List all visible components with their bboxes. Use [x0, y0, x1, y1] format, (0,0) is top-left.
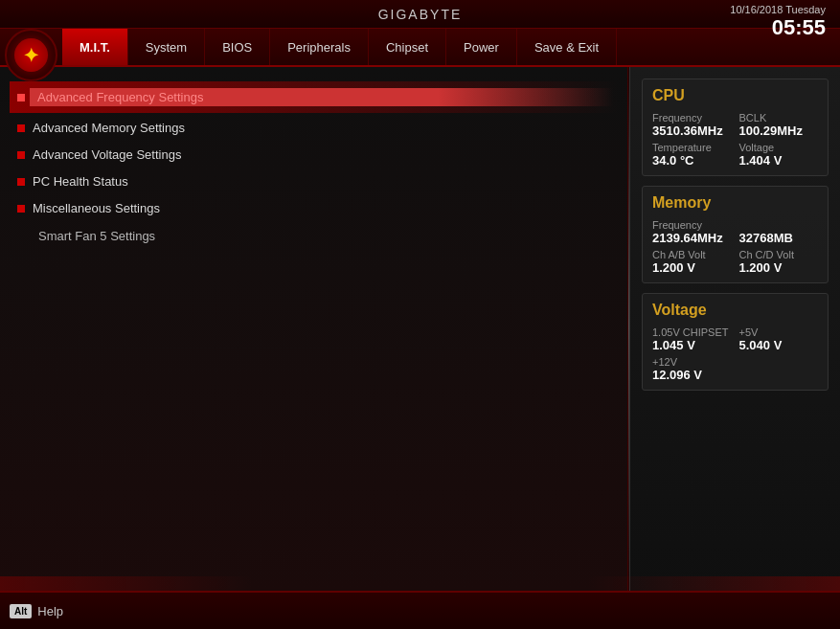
menu-label-pc-health: PC Health Status	[33, 174, 610, 189]
corner-decoration	[0, 576, 840, 591]
voltage-chipset-col: 1.05V CHIPSET 1.045 V	[652, 326, 732, 352]
memory-section: Memory Frequency 2139.64MHz 32768MB Ch A…	[642, 186, 829, 283]
voltage-5v-label: +5V	[739, 326, 819, 338]
nav-item-chipset[interactable]: Chipset	[369, 29, 446, 65]
cpu-temp-value: 34.0 °C	[652, 153, 732, 168]
nav-item-save-exit[interactable]: Save & Exit	[517, 29, 617, 65]
menu-item-pc-health[interactable]: PC Health Status	[10, 169, 618, 193]
voltage-chipset-label: 1.05V CHIPSET	[652, 326, 732, 338]
menu-item-misc[interactable]: Miscellaneous Settings	[10, 196, 618, 220]
menu-bullet-adv-freq	[17, 94, 25, 101]
voltage-grid: 1.05V CHIPSET 1.045 V +5V 5.040 V +12V 1…	[652, 326, 818, 382]
cpu-frequency-label: Frequency	[652, 112, 732, 124]
memory-size-value: 32768MB	[739, 231, 819, 245]
nav-item-system[interactable]: System	[128, 29, 205, 65]
memory-frequency-col: Frequency 2139.64MHz	[652, 219, 732, 245]
nav-item-power[interactable]: Power	[446, 29, 517, 65]
memory-title: Memory	[652, 194, 818, 212]
right-panel: CPU Frequency 3510.36MHz BCLK 100.29MHz …	[629, 67, 840, 591]
help-text: Help	[37, 604, 63, 618]
memory-frequency-label: Frequency	[652, 219, 732, 231]
memory-chab-col: Ch A/B Volt 1.200 V	[652, 249, 732, 275]
left-panel: Advanced Frequency Settings Advanced Mem…	[0, 67, 628, 591]
nav-item-bios[interactable]: BIOS	[205, 29, 270, 65]
cpu-voltage-label: Voltage	[739, 142, 819, 153]
bottom-bar: Alt Help	[0, 591, 840, 629]
memory-chcd-label: Ch C/D Volt	[739, 249, 819, 260]
menu-item-adv-volt[interactable]: Advanced Voltage Settings	[10, 143, 618, 167]
cpu-voltage-value: 1.404 V	[739, 153, 819, 168]
nav-item-peripherals[interactable]: Peripherals	[270, 29, 369, 65]
menu-label-adv-volt: Advanced Voltage Settings	[33, 147, 610, 162]
cpu-voltage-col: Voltage 1.404 V	[739, 142, 819, 168]
time-display: 05:55	[730, 17, 826, 38]
cpu-grid: Frequency 3510.36MHz BCLK 100.29MHz Temp…	[652, 112, 818, 168]
voltage-5v-value: 5.040 V	[739, 338, 819, 352]
voltage-chipset-value: 1.045 V	[652, 338, 732, 352]
menu-label-misc: Miscellaneous Settings	[33, 201, 610, 215]
menu-bullet-misc	[17, 205, 25, 213]
memory-chab-value: 1.200 V	[652, 260, 732, 275]
alt-badge: Alt	[10, 604, 32, 618]
memory-grid: Frequency 2139.64MHz 32768MB Ch A/B Volt…	[652, 219, 818, 275]
memory-frequency-value: 2139.64MHz	[652, 231, 732, 245]
menu-label-smart-fan: Smart Fan 5 Settings	[38, 229, 155, 243]
menu-label-adv-freq: Advanced Frequency Settings	[33, 86, 610, 108]
nav-bar: M.I.T. System BIOS Peripherals Chipset P…	[0, 29, 840, 67]
logo-icon: ✦	[23, 44, 39, 67]
memory-chcd-col: Ch C/D Volt 1.200 V	[739, 249, 819, 275]
menu-item-adv-mem[interactable]: Advanced Memory Settings	[10, 116, 618, 140]
cpu-frequency-col: Frequency 3510.36MHz	[652, 112, 732, 138]
voltage-title: Voltage	[652, 302, 818, 319]
help-button[interactable]: Alt Help	[10, 604, 63, 618]
logo: ✦	[5, 29, 57, 81]
memory-size-label	[739, 219, 819, 231]
main-content: Advanced Frequency Settings Advanced Mem…	[0, 67, 840, 591]
logo-inner: ✦	[14, 38, 48, 72]
cpu-title: CPU	[652, 87, 818, 104]
menu-item-adv-freq[interactable]: Advanced Frequency Settings	[10, 81, 618, 113]
voltage-12v-label: +12V	[652, 356, 732, 368]
cpu-section: CPU Frequency 3510.36MHz BCLK 100.29MHz …	[642, 79, 829, 176]
memory-chcd-value: 1.200 V	[739, 260, 819, 275]
memory-size-col: 32768MB	[739, 219, 819, 245]
cpu-bclk-value: 100.29MHz	[739, 124, 819, 138]
voltage-section: Voltage 1.05V CHIPSET 1.045 V +5V 5.040 …	[642, 293, 829, 391]
voltage-12v-col: +12V 12.096 V	[652, 356, 732, 382]
menu-item-smart-fan[interactable]: Smart Fan 5 Settings	[10, 223, 618, 249]
date-day: 10/16/2018 Tuesday	[730, 4, 826, 15]
menu-bullet-adv-mem	[17, 124, 25, 132]
memory-chab-label: Ch A/B Volt	[652, 249, 732, 260]
menu-label-adv-mem: Advanced Memory Settings	[33, 121, 610, 135]
voltage-5v-col: +5V 5.040 V	[739, 326, 819, 352]
cpu-temp-label: Temperature	[652, 142, 732, 153]
cpu-frequency-value: 3510.36MHz	[652, 124, 732, 138]
menu-bullet-adv-volt	[17, 151, 25, 159]
datetime: 10/16/2018 Tuesday 05:55	[730, 3, 826, 38]
voltage-12v-value: 12.096 V	[652, 368, 732, 382]
nav-item-mit[interactable]: M.I.T.	[62, 29, 128, 65]
cpu-bclk-label: BCLK	[739, 112, 819, 124]
cpu-temp-col: Temperature 34.0 °C	[652, 142, 732, 168]
app-title: GIGABYTE	[378, 7, 463, 22]
cpu-bclk-col: BCLK 100.29MHz	[739, 112, 819, 138]
menu-bullet-pc-health	[17, 178, 25, 186]
header: GIGABYTE 10/16/2018 Tuesday 05:55	[0, 0, 840, 29]
